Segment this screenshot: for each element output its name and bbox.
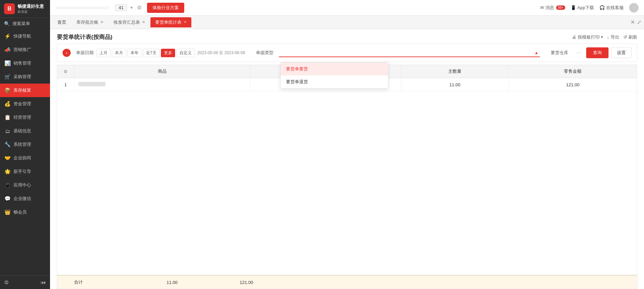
search-icon: 🔍 [4,21,10,26]
tab-inventory-batch[interactable]: 库存批次账 ✕ [72,17,108,27]
tab-receivables-summary[interactable]: 收发存汇总表 ✕ [109,17,150,27]
topbar-search-area [55,6,110,9]
sidebar-item-operations[interactable]: 📋 经营管理 [0,111,50,124]
print-button[interactable]: 🖨 按模板打印 ▾ [572,34,603,40]
close-tab-icon[interactable]: ✕ [630,19,635,25]
date-btn-custom[interactable]: 自定义 [176,49,195,57]
nav-icon: 📣 [4,47,11,53]
filter-expand-button[interactable]: › [63,49,71,57]
date-btn-last-month[interactable]: 上月 [96,49,111,57]
sidebar-item-enterprise[interactable]: 🤝 企业协同 [0,151,50,165]
sidebar-item-app-center[interactable]: 📱 应用中心 [0,178,50,192]
refresh-button[interactable]: ↺ 刷新 [623,34,637,40]
table-settings-icon[interactable]: ⚙ [64,69,68,74]
tab-close-icon[interactable]: ✕ [100,20,103,24]
page-title: 要货单统计表(按商品) [57,33,112,41]
type-filter-input[interactable] [279,49,540,57]
date-btn-this-year[interactable]: 本年 [127,49,142,57]
date-range-display: 2023-05-06 至 2023-06-06 [197,50,245,56]
logo-icon: B [4,3,15,14]
nav-icon: 🌟 [4,169,11,175]
date-btn-7days[interactable]: 近7天 [143,49,160,57]
tabs-controls: ✕ ⤢ [630,19,641,25]
app-logo: B 畅捷通好生意 标准版 [0,0,50,18]
sidebar-footer: ⚙ ⏮ [0,275,50,289]
tab-close-icon[interactable]: ✕ [142,20,145,24]
th-qty: 主数量 [401,65,509,78]
tab-order-stats[interactable]: 要货单统计表 ✕ [150,17,191,27]
filter-area: › 单据日期 上月 本月 本年 近7天 更多 自定义 2023-05-06 至 … [57,44,637,62]
page-actions: 🖨 按模板打印 ▾ ↓ 导出 ↺ 刷新 [572,34,638,40]
refresh-icon: ↺ [623,35,627,40]
warehouse-filter-more-icon[interactable]: ··· [576,50,581,56]
nav-icon: 👑 [4,209,11,215]
dropdown-item-order-goods[interactable]: 要货单要货 [281,63,388,75]
collapse-icon[interactable]: ⏮ [41,280,46,286]
user-avatar[interactable] [629,3,639,13]
logo-text: 畅捷通好生意 标准版 [18,4,44,14]
settings-button[interactable]: 设置 [611,47,631,58]
date-btn-this-month[interactable]: 本月 [112,49,126,57]
page-header: 要货单统计表(按商品) 🖨 按模板打印 ▾ ↓ 导出 ↺ 刷新 [50,29,644,44]
export-icon: ↓ [607,35,610,40]
nav-icon: 💬 [4,196,11,202]
phone-icon: 📱 [571,5,576,10]
sidebar-item-quick-nav[interactable]: ⚡ 快捷导航 [0,29,50,43]
tabs-bar: 首页 库存批次账 ✕ 收发存汇总表 ✕ 要货单统计表 ✕ ✕ ⤢ [50,16,644,29]
topbar-gear-icon[interactable]: ⚙ [137,4,142,11]
online-service-button[interactable]: 🎧 在线客服 [599,5,624,11]
message-icon: ✉ [540,5,544,10]
expand-tabs-icon[interactable]: ⤢ [637,19,641,25]
td-seq: 1 [57,78,74,91]
type-filter-label: 单据类型 [256,50,273,56]
tabs-count-area: 41 ▾ [115,4,133,11]
sidebar-item-purchase[interactable]: 🛒 采购管理 [0,70,50,84]
nav-icon: 📋 [4,114,11,120]
footer-amount: 121.00 [213,280,280,285]
sidebar-item-marketing[interactable]: 📣 营销推广 [0,43,50,57]
nav-icon: 📊 [4,60,11,66]
nav-icon: 📦 [4,87,11,93]
settings-icon[interactable]: ⚙ [4,279,9,286]
type-filter-arrow-icon[interactable]: ▲ [534,50,539,55]
footer-total-label: 合计 [64,279,138,285]
messages-button[interactable]: ✉ 消息 99+ [540,5,565,11]
sidebar-item-base-info[interactable]: 🗂 基础信息 [0,124,50,138]
query-button[interactable]: 查询 [586,47,609,58]
tab-close-icon[interactable]: ✕ [184,20,187,24]
sidebar-item-system[interactable]: 🔧 系统管理 [0,138,50,151]
main-content: 41 ▾ ⚙ 体验行业方案 ✉ 消息 99+ 📱 App下载 🎧 在线客服 [50,0,644,289]
date-btn-more[interactable]: 更多 [161,49,175,57]
sidebar-item-wechat[interactable]: 💬 企业微信 [0,192,50,205]
app-download-button[interactable]: 📱 App下载 [571,5,594,11]
topbar: 41 ▾ ⚙ 体验行业方案 ✉ 消息 99+ 📱 App下载 🎧 在线客服 [50,0,644,16]
tab-home[interactable]: 首页 [53,17,71,27]
nav-icon: 📱 [4,182,11,188]
messages-badge: 99+ [556,5,565,10]
trial-button[interactable]: 体验行业方案 [147,3,184,13]
td-amount: 121.00 [508,78,637,91]
sidebar-item-vip[interactable]: 👑 畅会员 [0,205,50,219]
th-settings[interactable]: ⚙ [57,65,74,78]
sidebar-item-guide[interactable]: 🌟 新手引导 [0,165,50,178]
sidebar-nav: ⚡ 快捷导航 📣 营销推广 📊 销售管理 🛒 采购管理 📦 库存核算 💰 资金管… [0,29,50,275]
date-filter-label: 单据日期 [76,50,94,56]
nav-icon: 🗂 [4,128,11,134]
print-icon: 🖨 [572,35,576,40]
dropdown-item-order-return[interactable]: 要货单退货 [281,75,388,88]
tabs-chevron-icon[interactable]: ▾ [130,5,133,10]
tabs-count: 41 [115,4,127,11]
footer-qty: 11.00 [138,280,206,285]
sidebar: B 畅捷通好生意 标准版 🔍 搜索菜单 ⚡ 快捷导航 📣 营销推广 📊 销售管理… [0,0,50,289]
date-quick-buttons: 上月 本月 本年 近7天 更多 自定义 [96,49,195,57]
nav-icon: 🛒 [4,74,11,80]
sidebar-item-finance[interactable]: 💰 资金管理 [0,97,50,111]
th-amount: 零售金额 [508,65,637,78]
search-menu-item[interactable]: 🔍 搜索菜单 [0,18,50,29]
sidebar-item-sales[interactable]: 📊 销售管理 [0,57,50,70]
product-placeholder [78,82,105,86]
nav-icon: 💰 [4,101,11,107]
sidebar-item-inventory[interactable]: 📦 库存核算 [0,84,50,97]
print-chevron-icon[interactable]: ▾ [601,35,603,39]
export-button[interactable]: ↓ 导出 [607,34,620,40]
